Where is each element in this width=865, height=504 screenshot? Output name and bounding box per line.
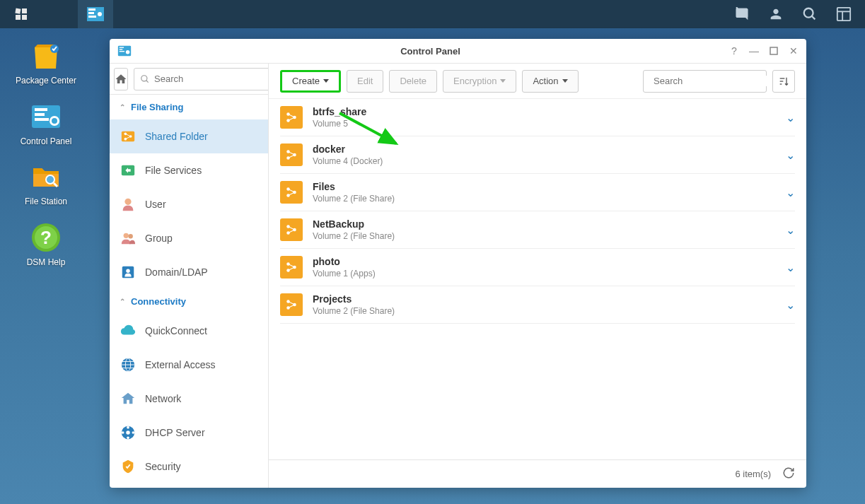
chevron-down-icon[interactable]: ⌄ xyxy=(786,186,795,199)
folder-search-icon xyxy=(29,160,63,194)
dhcp-icon xyxy=(120,424,137,441)
chevron-down-icon[interactable]: ⌄ xyxy=(786,261,795,274)
chat-icon[interactable] xyxy=(728,0,756,28)
desktop-icon-label: DSM Help xyxy=(27,257,66,269)
chevron-down-icon[interactable]: ⌄ xyxy=(786,223,795,237)
svg-line-68 xyxy=(289,115,295,118)
list-item-subtitle: Volume 5 xyxy=(313,119,776,129)
list-item-title: Projects xyxy=(313,293,776,305)
sidebar-item-domain-ldap[interactable]: Domain/LDAP xyxy=(110,255,268,289)
svg-point-25 xyxy=(47,176,54,183)
list-item-subtitle: Volume 2 (File Share) xyxy=(313,306,776,316)
sort-icon xyxy=(778,76,789,87)
svg-line-79 xyxy=(289,192,295,196)
taskbar xyxy=(0,0,865,28)
share-folder-icon xyxy=(280,181,303,204)
delete-button[interactable]: Delete xyxy=(389,70,437,93)
svg-line-78 xyxy=(289,189,295,193)
maximize-icon[interactable] xyxy=(768,45,779,57)
svg-rect-32 xyxy=(120,49,123,49)
svg-rect-33 xyxy=(120,51,124,52)
user-icon[interactable] xyxy=(762,0,790,28)
list-item-title: btrfs_share xyxy=(313,106,776,117)
list-item[interactable]: NetBackup Volume 2 (File Share) ⌄ xyxy=(280,211,795,249)
toolbar-search[interactable] xyxy=(643,70,767,93)
sidebar-search-input[interactable] xyxy=(154,74,269,84)
list-item-subtitle: Volume 1 (Apps) xyxy=(313,269,776,279)
sidebar-search[interactable] xyxy=(134,68,269,90)
search-icon xyxy=(140,74,150,84)
minimize-icon[interactable]: — xyxy=(748,45,760,57)
main-menu-icon[interactable] xyxy=(7,0,35,28)
sidebar-section-label: Connectivity xyxy=(131,296,186,307)
svg-point-23 xyxy=(52,118,57,124)
sidebar-item-label: Group xyxy=(145,233,173,244)
show-desktop-icon[interactable] xyxy=(42,0,71,28)
desktop-icon-dsm-help[interactable]: ? DSM Help xyxy=(11,221,81,269)
sidebar-section-file-sharing[interactable]: ⌃ File Sharing xyxy=(110,95,268,119)
share-folder-icon xyxy=(280,106,303,129)
close-icon[interactable]: ✕ xyxy=(788,45,799,57)
control-panel-icon xyxy=(29,100,63,134)
sidebar-item-network[interactable]: Network xyxy=(110,382,268,416)
list-item[interactable]: photo Volume 1 (Apps) ⌄ xyxy=(280,249,795,286)
svg-point-59 xyxy=(127,437,129,440)
refresh-button[interactable] xyxy=(782,467,795,481)
shared-folder-list: btrfs_share Volume 5 ⌄ docker Volume 4 (… xyxy=(269,99,806,459)
create-button[interactable]: Create xyxy=(280,70,341,93)
sidebar-item-quickconnect[interactable]: QuickConnect xyxy=(110,314,268,348)
network-icon xyxy=(120,390,137,407)
home-icon xyxy=(115,73,127,86)
desktop-icon-label: Package Center xyxy=(16,76,76,87)
edit-button[interactable]: Edit xyxy=(347,70,383,93)
sidebar-item-security[interactable]: Security xyxy=(110,450,268,484)
window-titlebar[interactable]: Control Panel ? — ✕ xyxy=(110,39,806,64)
sidebar-item-group[interactable]: Group xyxy=(110,221,268,255)
help-button-icon[interactable]: ? xyxy=(728,45,740,57)
chevron-down-icon[interactable]: ⌄ xyxy=(786,148,795,162)
list-item[interactable]: btrfs_share Volume 5 ⌄ xyxy=(280,99,795,136)
sidebar-section-connectivity[interactable]: ⌃ Connectivity xyxy=(110,289,268,314)
desktop-icon-control-panel[interactable]: Control Panel xyxy=(11,100,81,148)
caret-down-icon xyxy=(562,79,568,83)
svg-point-34 xyxy=(126,50,130,54)
desktop-icon-file-station[interactable]: File Station xyxy=(11,160,81,208)
sidebar-item-dhcp-server[interactable]: DHCP Server xyxy=(110,416,268,450)
taskbar-app-control-panel[interactable] xyxy=(78,0,113,28)
toolbar-search-input[interactable] xyxy=(654,76,772,86)
svg-rect-21 xyxy=(35,118,49,121)
refresh-icon xyxy=(782,467,795,479)
share-folder-icon xyxy=(120,128,137,145)
svg-rect-6 xyxy=(88,12,94,14)
sidebar-item-label: User xyxy=(145,199,166,210)
svg-rect-2 xyxy=(16,15,21,20)
desktop-icon-label: Control Panel xyxy=(21,136,72,148)
action-button[interactable]: Action xyxy=(522,70,578,93)
home-button[interactable] xyxy=(114,68,128,90)
chevron-down-icon[interactable]: ⌄ xyxy=(786,111,795,124)
sidebar: ⌃ File Sharing Shared Folder File Servic… xyxy=(110,64,269,488)
list-item[interactable]: docker Volume 4 (Docker) ⌄ xyxy=(280,136,795,174)
widgets-icon[interactable] xyxy=(830,0,858,28)
svg-line-88 xyxy=(289,264,295,268)
list-item[interactable]: Projects Volume 2 (File Share) ⌄ xyxy=(280,286,795,324)
svg-point-47 xyxy=(128,234,132,238)
list-item[interactable]: Files Volume 2 (File Share) ⌄ xyxy=(280,174,795,211)
sidebar-item-user[interactable]: User xyxy=(110,187,268,221)
encryption-button[interactable]: Encryption xyxy=(443,70,516,93)
desktop-icon-package-center[interactable]: Package Center xyxy=(11,39,81,87)
sidebar-item-label: QuickConnect xyxy=(145,325,207,336)
chevron-down-icon[interactable]: ⌄ xyxy=(786,298,795,312)
button-label: Edit xyxy=(357,76,373,86)
sidebar-item-label: Domain/LDAP xyxy=(145,266,208,278)
control-panel-window: Control Panel ? — ✕ ⌃ File Sharing xyxy=(110,39,806,488)
help-icon: ? xyxy=(29,221,63,254)
sidebar-item-shared-folder[interactable]: Shared Folder xyxy=(110,119,268,153)
sidebar-item-label: External Access xyxy=(145,359,216,370)
search-icon[interactable] xyxy=(796,0,824,28)
sidebar-item-external-access[interactable]: External Access xyxy=(110,348,268,382)
file-services-icon xyxy=(120,162,137,179)
sidebar-item-file-services[interactable]: File Services xyxy=(110,153,268,187)
svg-point-36 xyxy=(141,75,147,81)
sort-button[interactable] xyxy=(772,70,795,93)
